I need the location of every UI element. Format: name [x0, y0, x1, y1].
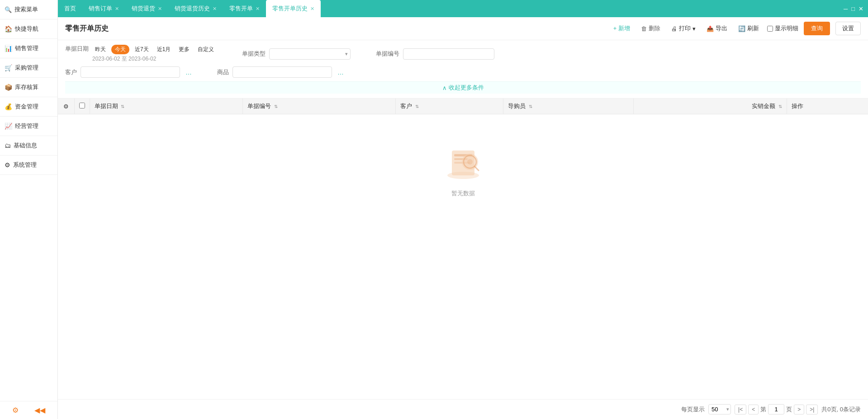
- page-nav: |< < 第 1 页 > >|: [735, 404, 818, 414]
- customer-label: 客户: [65, 68, 77, 76]
- sort-guide-icon[interactable]: ⇅: [529, 104, 532, 109]
- sidebar-item-label: 基础信息: [14, 141, 37, 150]
- close-tab-sales-return-history-icon[interactable]: ✕: [213, 6, 217, 12]
- doc-type-select[interactable]: [269, 48, 351, 60]
- close-tab-sales-order-icon[interactable]: ✕: [115, 6, 119, 12]
- sidebar-item-inventory[interactable]: 📦 库存核算: [0, 78, 57, 97]
- doc-number-input[interactable]: [403, 48, 494, 60]
- date-btn-yesterday[interactable]: 昨天: [92, 45, 109, 54]
- sort-doc-date-icon[interactable]: ⇅: [121, 104, 124, 109]
- customer-input[interactable]: [81, 66, 180, 78]
- page-content: 零售开单历史 + 新增 🗑 删除 🖨 打印 ▾ 📤 导出 🔄: [58, 17, 868, 419]
- sidebar-item-quick-nav[interactable]: 🏠 快捷导航: [0, 19, 57, 39]
- sidebar-item-label: 库存核算: [15, 83, 38, 91]
- data-table: ⚙ 单据日期 ⇅ 单据编号 ⇅: [58, 99, 868, 114]
- chevron-up-icon: ∧: [442, 85, 447, 91]
- sort-doc-number-icon[interactable]: ⇅: [274, 104, 278, 109]
- print-label: 打印: [679, 24, 691, 33]
- tab-bar: 首页 销售订单 ✕ 销货退货 ✕ 销货退货历史 ✕ 零售开单 ✕ 零售开单历史 …: [58, 0, 868, 17]
- th-amount[interactable]: 实销金额 ⇅: [634, 99, 787, 114]
- close-tab-retail-open-icon[interactable]: ✕: [256, 6, 260, 12]
- sidebar-item-base-info[interactable]: 🗂 基础信息: [0, 136, 57, 155]
- sidebar-item-sys-mgmt[interactable]: ⚙ 系统管理: [0, 155, 57, 175]
- sidebar-item-operations[interactable]: 📈 经营管理: [0, 117, 57, 136]
- page-size-wrapper: 10 20 50 100: [708, 404, 731, 414]
- th-checkbox: [74, 99, 90, 114]
- date-btn-last7[interactable]: 近7天: [132, 45, 152, 54]
- customer-ellipsis-icon[interactable]: …: [185, 69, 192, 76]
- tab-sales-return-history[interactable]: 销货退货历史 ✕: [168, 0, 223, 17]
- empty-text: 暂无数据: [451, 189, 475, 198]
- page-size-select[interactable]: 10 20 50 100: [708, 404, 731, 414]
- tab-retail-open-history-label: 零售开单历史: [272, 5, 308, 13]
- tab-retail-open-history[interactable]: 零售开单历史 ✕: [266, 0, 321, 17]
- date-btn-last-month[interactable]: 近1月: [154, 45, 174, 54]
- sidebar-bottom: ⚙ ◀◀: [0, 401, 57, 419]
- tab-home[interactable]: 首页: [58, 0, 82, 17]
- add-button[interactable]: + 新增: [611, 23, 633, 34]
- sidebar-item-finance[interactable]: 💰 资金管理: [0, 97, 57, 117]
- cart-icon: 🛒: [5, 64, 12, 71]
- delete-button[interactable]: 🗑 删除: [638, 23, 663, 34]
- collapse-filters-btn[interactable]: ∧ 收起更多条件: [65, 81, 861, 94]
- folder-icon: 🗂: [5, 142, 11, 149]
- pagination-bar: 每页显示 10 20 50 100 |< < 第 1 页 > >| 共0页, 0…: [58, 399, 868, 419]
- sidebar-search[interactable]: 🔍 搜索菜单: [0, 0, 57, 19]
- goods-input[interactable]: [232, 66, 332, 78]
- page-suffix: 页: [786, 405, 792, 414]
- date-btn-custom[interactable]: 自定义: [195, 45, 217, 54]
- table-settings-icon[interactable]: ⚙: [63, 103, 69, 110]
- sidebar-item-label: 资金管理: [15, 103, 38, 111]
- th-guide[interactable]: 导购员 ⇅: [503, 99, 634, 114]
- tab-retail-open-label: 零售开单: [229, 5, 253, 13]
- refresh-button[interactable]: 🔄 刷新: [735, 23, 762, 34]
- print-button[interactable]: 🖨 打印 ▾: [669, 23, 698, 34]
- th-settings[interactable]: ⚙: [58, 99, 74, 114]
- first-page-btn[interactable]: |<: [735, 405, 746, 414]
- collapse-sidebar-icon[interactable]: ◀◀: [34, 406, 45, 414]
- goods-filter-group: 商品 …: [217, 66, 344, 78]
- th-action-label: 操作: [792, 103, 803, 109]
- select-all-checkbox[interactable]: [79, 103, 85, 108]
- settings-icon[interactable]: ⚙: [12, 406, 19, 414]
- query-button[interactable]: 查询: [804, 22, 830, 35]
- export-button[interactable]: 📤 导出: [704, 23, 730, 34]
- sort-customer-icon[interactable]: ⇅: [415, 104, 419, 109]
- empty-state: 暂无数据: [58, 114, 868, 225]
- tab-bar-right: ─ □ ✕: [844, 5, 868, 12]
- tab-retail-open[interactable]: 零售开单 ✕: [223, 0, 266, 17]
- refresh-label: 刷新: [747, 24, 759, 33]
- settings-button[interactable]: 设置: [835, 22, 861, 35]
- tab-sales-order[interactable]: 销售订单 ✕: [82, 0, 125, 17]
- sidebar-item-sales-mgmt[interactable]: 📊 销售管理: [0, 39, 57, 58]
- show-detail-checkbox[interactable]: [767, 26, 773, 32]
- total-info: 共0页, 0条记录: [821, 405, 861, 414]
- sidebar-item-purchase-mgmt[interactable]: 🛒 采购管理: [0, 58, 57, 78]
- prev-page-btn[interactable]: <: [748, 405, 759, 414]
- close-tab-retail-open-history-icon[interactable]: ✕: [310, 6, 314, 12]
- page-input[interactable]: 1: [768, 404, 784, 414]
- sidebar-item-label: 销售管理: [15, 44, 38, 52]
- date-btn-more[interactable]: 更多: [176, 45, 192, 54]
- th-customer[interactable]: 客户 ⇅: [396, 99, 503, 114]
- doc-type-select-wrapper: [269, 48, 351, 60]
- export-label: 导出: [716, 24, 727, 33]
- window-maximize-icon[interactable]: □: [851, 5, 855, 12]
- goods-ellipsis-icon[interactable]: …: [337, 69, 344, 76]
- close-tab-sales-return-icon[interactable]: ✕: [158, 6, 162, 12]
- home-icon: 🏠: [5, 25, 12, 33]
- th-doc-number-label: 单据编号: [247, 103, 271, 109]
- tab-sales-return[interactable]: 销货退货 ✕: [125, 0, 168, 17]
- th-doc-date-label: 单据日期: [95, 103, 118, 109]
- last-page-btn[interactable]: >|: [806, 405, 818, 414]
- toolbar: 零售开单历史 + 新增 🗑 删除 🖨 打印 ▾ 📤 导出 🔄: [58, 17, 868, 40]
- window-close-icon[interactable]: ✕: [859, 5, 863, 12]
- date-btn-today[interactable]: 今天: [111, 45, 129, 54]
- th-doc-number[interactable]: 单据编号 ⇅: [242, 99, 395, 114]
- money-icon: 💰: [5, 103, 12, 110]
- th-doc-date[interactable]: 单据日期 ⇅: [90, 99, 242, 114]
- next-page-btn[interactable]: >: [794, 405, 804, 414]
- sort-amount-icon[interactable]: ⇅: [778, 104, 782, 109]
- trend-icon: 📈: [5, 122, 12, 130]
- window-minimize-icon[interactable]: ─: [844, 5, 848, 12]
